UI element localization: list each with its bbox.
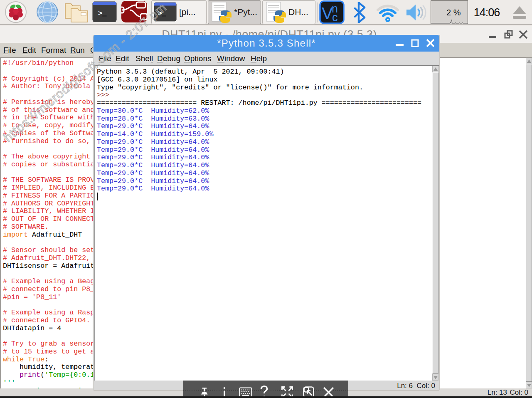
svg-text:>_: >_: [98, 10, 107, 17]
svg-text:V: V: [322, 4, 333, 22]
svg-text:c: c: [332, 11, 338, 24]
